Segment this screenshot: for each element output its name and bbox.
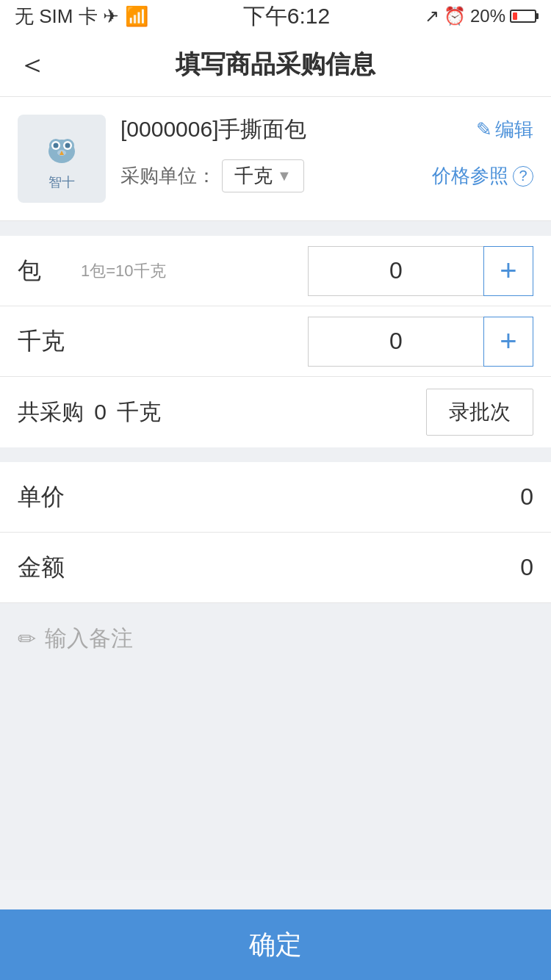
alarm-icon: ⏰ bbox=[444, 6, 466, 26]
unit-price-label: 单价 bbox=[18, 481, 65, 514]
bag-input-field[interactable]: 0 bbox=[308, 246, 484, 296]
amount-label: 金额 bbox=[18, 552, 65, 584]
edit-icon: ✎ bbox=[476, 118, 492, 141]
unit-price-row: 单价 0 bbox=[0, 462, 551, 533]
section-divider-1 bbox=[0, 221, 551, 236]
status-left: 无 SIM 卡 ✈ 📶 bbox=[15, 4, 148, 29]
edit-label: 编辑 bbox=[495, 117, 533, 143]
status-time: 下午6:12 bbox=[243, 1, 330, 32]
amount-value: 0 bbox=[520, 554, 533, 581]
bag-input-row: 包 1包=10千克 0 + bbox=[0, 236, 551, 306]
product-name-row: [0000006]手撕面包 ✎ 编辑 bbox=[120, 115, 533, 145]
amount-row: 金额 0 bbox=[0, 533, 551, 603]
summary-row: 共采购 0 千克 录批次 bbox=[0, 377, 551, 447]
dropdown-icon: ▼ bbox=[277, 167, 292, 184]
product-info: [0000006]手撕面包 ✎ 编辑 采购单位： 千克 ▼ 价格参照 ? bbox=[120, 115, 533, 192]
status-right: ↗ ⏰ 20% bbox=[425, 6, 536, 26]
pencil-icon: ✏ bbox=[18, 626, 36, 652]
summary-prefix: 共采购 bbox=[18, 400, 84, 424]
logo-text: 智十 bbox=[48, 173, 75, 191]
price-ref-label: 价格参照 bbox=[432, 163, 508, 189]
svg-point-5 bbox=[54, 143, 59, 148]
location-icon: ↗ bbox=[425, 6, 439, 26]
product-card: 智十 [0000006]手撕面包 ✎ 编辑 采购单位： 千克 ▼ 价格参照 ? bbox=[0, 97, 551, 221]
no-sim-label: 无 SIM 卡 ✈ bbox=[15, 4, 119, 29]
svg-point-6 bbox=[65, 143, 71, 148]
record-button[interactable]: 录批次 bbox=[426, 389, 533, 436]
unit-price-value: 0 bbox=[520, 483, 533, 511]
wifi-icon: 📶 bbox=[125, 5, 148, 28]
kg-input-row: 千克 0 + bbox=[0, 306, 551, 377]
unit-label: 采购单位： bbox=[120, 163, 216, 189]
summary-text: 共采购 0 千克 bbox=[18, 397, 161, 428]
confirm-label: 确定 bbox=[249, 927, 302, 963]
product-image: 智十 bbox=[18, 115, 106, 203]
summary-unit: 千克 bbox=[117, 400, 161, 424]
kg-plus-button[interactable]: + bbox=[483, 317, 533, 367]
unit-row: 采购单位： 千克 ▼ 价格参照 ? bbox=[120, 159, 533, 192]
kg-value: 0 bbox=[389, 328, 403, 355]
product-name: [0000006]手撕面包 bbox=[120, 115, 306, 145]
unit-select[interactable]: 千克 ▼ bbox=[222, 159, 304, 192]
battery-percent: 20% bbox=[470, 6, 505, 26]
note-placeholder: 输入备注 bbox=[45, 624, 133, 654]
back-button[interactable]: ＜ bbox=[18, 44, 47, 84]
price-ref-button[interactable]: 价格参照 ? bbox=[432, 163, 533, 189]
kg-label: 千克 bbox=[18, 325, 76, 358]
price-ref-icon: ? bbox=[513, 166, 533, 187]
battery-icon bbox=[510, 10, 536, 23]
bag-sublabel: 1包=10千克 bbox=[81, 260, 308, 282]
confirm-button[interactable]: 确定 bbox=[0, 909, 551, 980]
nav-bar: ＜ 填写商品采购信息 bbox=[0, 32, 551, 97]
bottom-space bbox=[0, 674, 551, 880]
unit-value: 千克 bbox=[234, 163, 273, 189]
bag-value: 0 bbox=[389, 257, 403, 284]
price-section: 单价 0 金额 0 bbox=[0, 462, 551, 603]
section-divider-2 bbox=[0, 447, 551, 462]
status-bar: 无 SIM 卡 ✈ 📶 下午6:12 ↗ ⏰ 20% bbox=[0, 0, 551, 32]
page-title: 填写商品采购信息 bbox=[176, 48, 375, 82]
summary-quantity: 0 bbox=[94, 400, 107, 424]
bag-label: 包 bbox=[18, 255, 76, 287]
battery-fill bbox=[513, 12, 517, 20]
note-section[interactable]: ✏ 输入备注 bbox=[0, 603, 551, 674]
bag-plus-button[interactable]: + bbox=[483, 246, 533, 296]
kg-input-field[interactable]: 0 bbox=[308, 317, 484, 367]
edit-button[interactable]: ✎ 编辑 bbox=[476, 117, 533, 143]
bag-input-section: 包 1包=10千克 0 + 千克 0 + bbox=[0, 236, 551, 377]
